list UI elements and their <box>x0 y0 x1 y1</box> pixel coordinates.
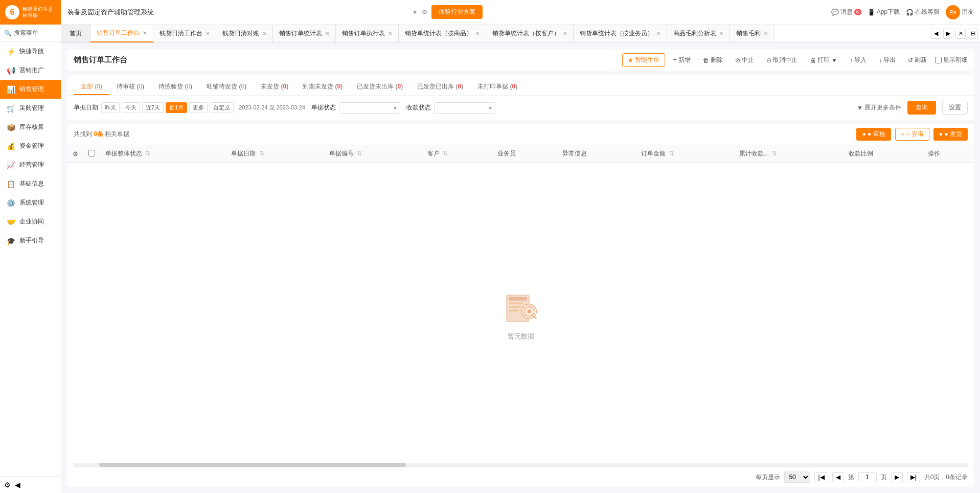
sidebar-item-label: 采购管理 <box>19 104 44 113</box>
app-download-action[interactable]: 📱 App下载 <box>868 8 900 16</box>
sub-tab-pending-check[interactable]: 待拣验货 (0) <box>151 79 199 95</box>
scrollbar-thumb[interactable] <box>99 463 406 467</box>
tab-cash-daily[interactable]: 钱货日清工作台 ✕ <box>153 25 216 42</box>
tab-prev-btn[interactable]: ◀ <box>931 29 941 39</box>
col-customer[interactable]: 客户 ⇅ <box>422 145 492 163</box>
tab-sales-workbench[interactable]: 销售订单工作台 ✕ <box>90 25 153 42</box>
table-area: 共找到 0条 相关单据 ● ● 审核 ○ ○ 弃审 ● ● 发货 <box>67 124 974 487</box>
search-icon: 🔍 <box>4 30 12 37</box>
tab-sales-sum-prod[interactable]: 销货单统计表（按商品） ✕ <box>399 25 486 42</box>
tab-close-icon[interactable]: ✕ <box>563 31 567 36</box>
sidebar-item-inventory[interactable]: 📦 库存核算 <box>0 118 61 137</box>
date-btn-custom[interactable]: 自定义 <box>210 102 234 113</box>
sidebar-item-operations[interactable]: 📈 经营管理 <box>0 155 61 174</box>
col-collected[interactable]: 累计收款... ⇅ <box>734 145 844 163</box>
export-btn[interactable]: ↓ 导出 <box>875 54 900 66</box>
tab-menu-btn[interactable]: ⊟ <box>968 29 978 39</box>
stop-btn[interactable]: ⊘ 中止 <box>731 54 758 66</box>
scrollbar-area[interactable] <box>74 463 968 467</box>
smart-btn[interactable]: ★ 智能生单 <box>622 53 665 67</box>
sidebar-item-enterprise[interactable]: 🤝 企业协同 <box>0 212 61 231</box>
tab-home[interactable]: 首页 <box>61 25 90 42</box>
page-input[interactable] <box>858 472 877 482</box>
page-size-select[interactable]: 50 20 100 <box>784 472 810 483</box>
sub-tab-overdue[interactable]: 到期未发货 (0) <box>295 79 350 95</box>
tab-sales-more[interactable]: 销售毛利 ✕ <box>730 25 774 42</box>
settings-icon[interactable]: ⚙ <box>422 9 427 16</box>
sidebar-item-guide[interactable]: 🎓 新手引导 <box>0 231 61 250</box>
sub-tab-wangpu-ship[interactable]: 旺铺待发货 (0) <box>199 79 254 95</box>
print-btn[interactable]: 🖨 打印 ▼ <box>806 54 841 66</box>
online-service-action[interactable]: 🎧 在线客服 <box>906 8 940 16</box>
settings-icon[interactable]: ⚙ <box>4 481 11 489</box>
tab-close-icon[interactable]: ✕ <box>325 31 329 36</box>
new-btn[interactable]: + 新增 <box>669 54 695 66</box>
user-action[interactable]: Ea 用友 <box>946 5 974 19</box>
delete-btn[interactable]: 🗑 删除 <box>699 54 727 66</box>
col-amount[interactable]: 订单金额 ⇅ <box>636 145 734 163</box>
sidebar-item-marketing[interactable]: 📢 营销推广 <box>0 61 61 80</box>
sidebar-item-sales[interactable]: 📊 销售管理 <box>0 80 61 99</box>
sub-tab-shipped-out[interactable]: 已发货已出库 (0) <box>410 79 470 95</box>
prev-page-btn[interactable]: ◀ <box>832 472 844 482</box>
sub-tab-not-shipped[interactable]: 未发货 (0) <box>254 79 295 95</box>
date-btn-more[interactable]: 更多 <box>189 102 208 113</box>
collapse-icon[interactable]: ◀ <box>15 481 20 489</box>
next-page-btn[interactable]: ▶ <box>891 472 903 482</box>
sub-tab-pending-review[interactable]: 待审核 (0) <box>109 79 151 95</box>
last-page-btn[interactable]: ▶| <box>907 472 920 482</box>
tab-sales-exec[interactable]: 销售订单执行表 ✕ <box>336 25 399 42</box>
tab-close-icon[interactable]: ✕ <box>656 31 660 36</box>
tab-close-icon[interactable]: ✕ <box>719 31 723 36</box>
sub-tab-shipped-not-out[interactable]: 已发货未出库 (0) <box>350 79 410 95</box>
date-btn-today[interactable]: 今天 <box>122 102 140 113</box>
sidebar-item-basic-info[interactable]: 📋 基础信息 <box>0 174 61 193</box>
query-btn[interactable]: 查询 <box>907 101 936 115</box>
audit-icon: ● <box>862 130 865 138</box>
tab-sales-sum-cust[interactable]: 销货单统计表（按客户） ✕ <box>486 25 574 42</box>
sidebar-item-system[interactable]: ⚙️ 系统管理 <box>0 193 61 212</box>
col-date[interactable]: 单据日期 ⇅ <box>226 145 324 163</box>
tab-next-btn[interactable]: ▶ <box>943 29 953 39</box>
payment-select[interactable] <box>434 102 495 114</box>
col-number[interactable]: 单据编号 ⇅ <box>324 145 422 163</box>
cancel-stop-btn[interactable]: ⊙ 取消中止 <box>762 54 802 66</box>
tab-close-icon[interactable]: ✕ <box>764 31 768 36</box>
status-select[interactable] <box>339 102 400 114</box>
sidebar-item-purchase[interactable]: 🛒 采购管理 <box>0 99 61 118</box>
col-settings[interactable]: ⚙ <box>67 145 83 163</box>
sub-tab-all[interactable]: 全部 (0) <box>74 79 109 95</box>
date-btn-1month[interactable]: 近1月 <box>166 102 187 113</box>
tab-close-icon[interactable]: ✕ <box>206 31 210 36</box>
tab-close-icon[interactable]: ✕ <box>262 31 266 36</box>
col-settings-icon[interactable]: ⚙ <box>73 150 78 158</box>
select-all-checkbox[interactable] <box>88 150 95 156</box>
message-action[interactable]: 💬 消息 6 <box>831 8 861 16</box>
show-detail-check[interactable]: 显示明细 <box>935 56 968 64</box>
dropdown-icon[interactable]: ▼ <box>412 9 418 15</box>
tab-sales-margin[interactable]: 商品毛利分析表 ✕ <box>667 25 730 42</box>
tab-close-all-btn[interactable]: ✕ <box>955 29 966 39</box>
tab-sales-stat[interactable]: 销售订单统计表 ✕ <box>273 25 336 42</box>
sidebar-search[interactable]: 🔍 搜索菜单 <box>0 25 61 42</box>
refresh-btn[interactable]: ↺ 刷新 <box>904 54 931 66</box>
tab-close-icon[interactable]: ✕ <box>143 30 147 36</box>
sidebar-item-finance[interactable]: 💰 资金管理 <box>0 137 61 155</box>
sub-tab-not-printed[interactable]: 未打印单据 (0) <box>470 79 525 95</box>
tab-sales-sum-staff[interactable]: 销货单统计表（按业务员） ✕ <box>574 25 667 42</box>
first-page-btn[interactable]: |◀ <box>814 472 828 482</box>
reverse-btn[interactable]: ○ ○ 弃审 <box>895 128 929 141</box>
import-btn[interactable]: ↑ 导入 <box>846 54 871 66</box>
date-btn-7days[interactable]: 近7天 <box>142 102 164 113</box>
tab-close-icon[interactable]: ✕ <box>475 31 480 36</box>
set-btn[interactable]: 设置 <box>942 101 968 115</box>
tab-close-icon[interactable]: ✕ <box>388 31 392 36</box>
tab-cash-reconcile[interactable]: 钱货日清对账 ✕ <box>216 25 273 42</box>
audit-btn[interactable]: ● ● 审核 <box>856 128 891 141</box>
show-detail-checkbox[interactable] <box>935 57 942 63</box>
industry-btn[interactable]: 体验行业方案 <box>431 5 483 19</box>
expand-filter-btn[interactable]: ▼ 展开更多条件 <box>857 103 901 112</box>
ship-btn[interactable]: ● ● 发货 <box>933 128 968 141</box>
date-btn-yesterday[interactable]: 昨天 <box>101 102 120 113</box>
sidebar-item-quick-nav[interactable]: ⚡ 快捷导航 <box>0 42 61 61</box>
